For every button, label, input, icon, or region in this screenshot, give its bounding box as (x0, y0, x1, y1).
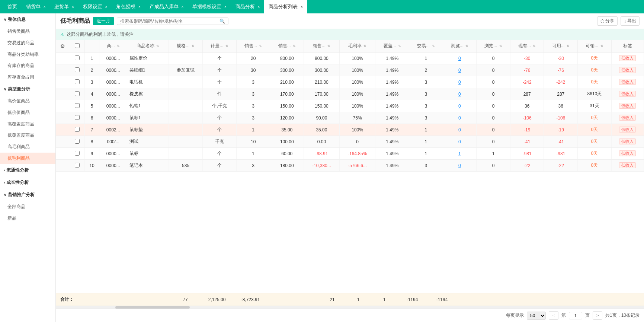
col-gross-rate[interactable]: 毛利率 ⇅ (339, 40, 375, 52)
row-checkbox[interactable] (70, 64, 84, 76)
col-spec[interactable]: 规格... ⇅ (169, 40, 203, 52)
col-name[interactable]: 商品名称 ⇅ (127, 40, 169, 52)
sidebar-item-traded-products[interactable]: 交易过的商品 (0, 37, 55, 49)
scrollbar-area[interactable] (56, 306, 644, 309)
sidebar-item-new-products[interactable]: 新品 (0, 213, 55, 224)
col-browse2[interactable]: 浏览... ⇅ (477, 40, 510, 52)
row-select-checkbox[interactable] (75, 103, 80, 108)
row-select-checkbox[interactable] (75, 139, 80, 144)
row-browse1[interactable]: 1 (443, 148, 477, 160)
col-sales-qty[interactable]: 销售... ⇅ (236, 40, 270, 52)
row-browse1[interactable]: 0 (443, 124, 477, 136)
row-sales-qty: 3 (236, 100, 270, 112)
table-row: 3 0000... 电话机 个 3 210.00 210.00 100% 1.4… (56, 76, 644, 88)
sidebar-item-high-margin[interactable]: 高毛利商品 (0, 141, 55, 153)
row-select-checkbox[interactable] (75, 127, 80, 132)
export-button[interactable]: ↓ 导出 (621, 16, 640, 26)
sidebar-group-marketing[interactable]: ∨ 营销推广分析 (0, 189, 55, 201)
col-sales-amount[interactable]: 销售... ⇅ (270, 40, 304, 52)
sidebar-item-sales-products[interactable]: 销售类商品 (0, 26, 55, 37)
footer-gross-rate (267, 297, 293, 302)
row-browse1[interactable]: 0 (443, 76, 477, 88)
sidebar-item-inventory-funds[interactable]: 库存资金占用 (0, 71, 55, 83)
row-checkbox[interactable] (70, 88, 84, 100)
row-select-checkbox[interactable] (75, 115, 80, 120)
row-select-checkbox[interactable] (75, 163, 80, 168)
col-unit[interactable]: 计量... ⇅ (203, 40, 237, 52)
row-browse1[interactable]: 0 (443, 88, 477, 100)
page-number-input[interactable] (569, 312, 582, 319)
sidebar-item-low-margin[interactable]: 低毛利商品 (0, 153, 55, 164)
nav-product-analysis[interactable]: 商品分析 × (231, 0, 264, 13)
nav-product-warehousing[interactable]: 产成品入库单 × (145, 0, 188, 13)
col-saleable[interactable]: 可销... ⇅ (578, 40, 612, 52)
sidebar-group-growth[interactable]: › 成长性分析 (0, 176, 55, 189)
row-browse1[interactable]: 0 (443, 52, 477, 64)
col-checkbox[interactable] (70, 40, 84, 52)
sidebar-group-type-analysis[interactable]: ∨ 类型量分析 (0, 83, 55, 95)
row-gross-rate: 100% (339, 100, 375, 112)
row-select-checkbox[interactable] (75, 91, 80, 96)
nav-home[interactable]: 首页 (3, 0, 22, 13)
row-gross-rate: 100% (339, 76, 375, 88)
select-all-checkbox[interactable] (75, 43, 80, 48)
search-box[interactable]: 🔍 (117, 17, 228, 25)
col-browse1[interactable]: 浏览... ⇅ (443, 40, 477, 52)
settings-icon[interactable]: ⚙ (60, 43, 65, 49)
page-title: 低毛利商品 (60, 17, 90, 25)
row-checkbox[interactable] (70, 136, 84, 148)
sidebar-item-high-coverage[interactable]: 高覆盖度商品 (0, 118, 55, 130)
table-row: 9 0000... 鼠标 个 1 60.00 -98.91 -164.85% 1… (56, 148, 644, 160)
sidebar-group-circulation[interactable]: › 流通性分析 (0, 164, 55, 176)
row-browse2: 0 (477, 112, 510, 124)
row-checkbox[interactable] (70, 52, 84, 64)
nav-template-settings[interactable]: 单据模板设置 × (188, 0, 231, 13)
row-select-checkbox[interactable] (75, 67, 80, 72)
row-checkbox[interactable] (70, 124, 84, 136)
row-checkbox[interactable] (70, 160, 84, 172)
nav-role-auth[interactable]: 角色授权 × (112, 0, 145, 13)
row-sales-amount: 800.00 (270, 52, 304, 64)
sidebar-item-category-rate[interactable]: 商品分类助销率 (0, 49, 55, 60)
col-available[interactable]: 可用... ⇅ (544, 40, 578, 52)
per-page-select[interactable]: 50 100 200 (527, 312, 546, 320)
row-checkbox[interactable] (70, 76, 84, 88)
sidebar-item-all-products[interactable]: 全部商品 (0, 201, 55, 213)
row-select-checkbox[interactable] (75, 55, 80, 60)
row-checkbox[interactable] (70, 112, 84, 124)
next-page-button[interactable]: ＞ (593, 311, 602, 320)
sidebar-item-low-coverage[interactable]: 低覆盖度商品 (0, 130, 55, 141)
sidebar-item-high-value[interactable]: 高价值商品 (0, 95, 55, 107)
table-header-row: ⚙ 商... ⇅ 商品名称 ⇅ 规格... ⇅ 计量... ⇅ 销售... ⇅ … (56, 40, 644, 52)
row-saleable: 31天 (578, 100, 612, 112)
nav-sales-order[interactable]: 销货单 × (22, 0, 50, 13)
row-code: 0000... (99, 64, 127, 76)
col-sales-profit[interactable]: 销售... ⇅ (304, 40, 340, 52)
row-browse1[interactable]: 0 (443, 64, 477, 76)
col-current[interactable]: 现有... ⇅ (510, 40, 544, 52)
nav-permission[interactable]: 权限设置 × (79, 0, 112, 13)
row-browse1[interactable]: 0 (443, 160, 477, 172)
row-spec (169, 52, 203, 64)
col-settings[interactable]: ⚙ (56, 40, 70, 52)
row-checkbox[interactable] (70, 100, 84, 112)
time-filter-button[interactable]: 近一月 (93, 17, 114, 25)
col-trade[interactable]: 交易... ⇅ (409, 40, 443, 52)
col-code[interactable]: 商... ⇅ (99, 40, 127, 52)
sidebar-group-overall[interactable]: ∨ 整体信息 (0, 13, 55, 26)
row-browse1[interactable]: 0 (443, 136, 477, 148)
col-coverage[interactable]: 覆盖... ⇅ (375, 40, 409, 52)
row-browse1[interactable]: 0 (443, 100, 477, 112)
row-select-checkbox[interactable] (75, 151, 80, 156)
row-browse1[interactable]: 0 (443, 112, 477, 124)
search-input[interactable] (120, 19, 220, 24)
share-button[interactable]: ⬡ 分享 (597, 16, 618, 26)
row-sales-qty: 10 (236, 136, 270, 148)
sidebar-item-stocked-products[interactable]: 有库存的商品 (0, 60, 55, 71)
row-select-checkbox[interactable] (75, 79, 80, 84)
prev-page-button[interactable]: ＜ (549, 311, 558, 320)
sidebar-item-low-value[interactable]: 低价值商品 (0, 107, 55, 118)
row-checkbox[interactable] (70, 148, 84, 160)
nav-purchase-order[interactable]: 进货单 × (50, 0, 78, 13)
nav-product-analysis-list[interactable]: 商品分析列表 × (264, 0, 307, 13)
